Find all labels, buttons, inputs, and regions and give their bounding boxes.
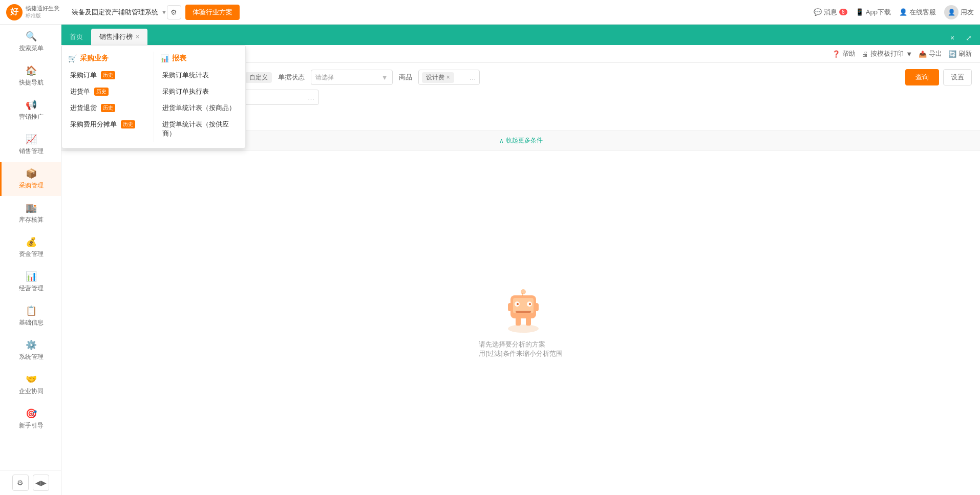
logo-brand: 畅捷通好生意	[26, 5, 59, 12]
avatar: 👤	[944, 5, 958, 19]
industry-button[interactable]: 体验行业方案	[185, 5, 240, 20]
date-tag-custom[interactable]: 自定义	[245, 72, 272, 83]
purchase-icon: 🛒	[68, 54, 77, 62]
sidebar-item-purchase[interactable]: 📦 采购管理	[0, 162, 61, 196]
menu-item-inbound-stats-goods[interactable]: 进货单统计表（按商品）	[160, 100, 240, 116]
box-icon: 📦	[26, 168, 37, 179]
collapse-up-icon: ∧	[499, 137, 504, 144]
tab-bar-right: × ⤢	[945, 31, 980, 45]
app-download-button[interactable]: 📱 App下载	[856, 8, 891, 17]
refresh-icon: 🔄	[948, 50, 956, 58]
query-button[interactable]: 查询	[905, 69, 939, 85]
svg-rect-8	[508, 303, 512, 311]
doc-status-label: 单据状态	[278, 73, 305, 82]
logo-icon: 好	[6, 4, 23, 20]
report-section: 📊 报表 采购订单统计表 采购订单执行表 进货单统计表（按商品） 进货单统计表（…	[154, 52, 246, 142]
menu-item-purchase-order-exec[interactable]: 采购订单执行表	[160, 83, 240, 100]
goods-input[interactable]: 设计费 × …	[418, 70, 480, 85]
print-dropdown-icon: ▼	[906, 50, 912, 58]
menu-item-cost-allocation[interactable]: 采购费用分摊单 历史	[68, 116, 147, 133]
collapse-button[interactable]: ∧ 收起更多条件	[499, 133, 543, 148]
purchase-dropdown-menu: 🛒 采购业务 采购订单 历史 进货单 历史 进货退货 历史	[61, 45, 246, 148]
sidebar-item-collab[interactable]: 🤝 企业协同	[0, 368, 61, 402]
export-button[interactable]: 📤 导出	[919, 49, 942, 58]
doc-status-placeholder: 请选择	[315, 73, 334, 82]
menu-item-purchase-order[interactable]: 采购订单 历史	[68, 67, 147, 83]
purchase-section-title: 🛒 采购业务	[68, 52, 147, 67]
print-icon: 🖨	[862, 50, 868, 58]
inbound-badge: 历史	[94, 88, 109, 96]
help-button[interactable]: ❓ 帮助	[832, 49, 856, 58]
phone-icon: 📱	[856, 8, 864, 16]
sidebar-item-operation[interactable]: 📊 经营管理	[0, 265, 61, 299]
tab-close-btn[interactable]: ×	[945, 31, 960, 45]
goods-tag: 设计费 ×	[422, 72, 454, 83]
sidebar-item-system[interactable]: ⚙️ 系统管理	[0, 333, 61, 368]
logo-edition: 标准版	[26, 12, 59, 19]
goods-tag-close-icon[interactable]: ×	[446, 74, 450, 81]
sidebar-item-newbie[interactable]: 🎯 新手引导	[0, 402, 61, 436]
sidebar-item-search[interactable]: 🔍 搜索菜单	[0, 25, 61, 59]
message-button[interactable]: 💬 消息 6	[814, 8, 847, 17]
sidebar-item-inventory[interactable]: 🏬 库存核算	[0, 196, 61, 230]
settings-bottom-icon[interactable]: ⚙	[12, 475, 29, 491]
system-title: 装备及固定资产辅助管理系统 ▼	[72, 8, 167, 17]
logo-area: 好 畅捷通好生意 标准版	[6, 4, 68, 20]
sidebar-item-marketing[interactable]: 📢 营销推广	[0, 93, 61, 127]
tab-sales-ranking[interactable]: 销售排行榜 ×	[91, 29, 147, 45]
report-section-title: 📊 报表	[160, 52, 240, 67]
report-icon: 📊	[160, 54, 169, 62]
query-buttons: 查询 设置	[905, 69, 972, 85]
sidebar-item-sales[interactable]: 📈 销售管理	[0, 127, 61, 162]
goods-label: 商品	[399, 73, 412, 82]
bar-chart-icon: 📊	[26, 271, 37, 282]
goods-more-icon[interactable]: …	[470, 74, 476, 81]
logo-text-block: 畅捷通好生意 标准版	[26, 5, 59, 19]
setting-button[interactable]: 设置	[943, 69, 972, 85]
megaphone-icon: 📢	[26, 99, 37, 111]
sidebar-item-basic[interactable]: 📋 基础信息	[0, 299, 61, 333]
svg-rect-9	[535, 303, 539, 311]
avatar-icon: 👤	[948, 9, 955, 16]
svg-rect-10	[516, 317, 521, 326]
user-button[interactable]: 👤 用友	[944, 5, 974, 19]
doc-status-arrow-icon: ▼	[381, 74, 388, 81]
menu-item-purchase-order-stats[interactable]: 采购订单统计表	[160, 67, 240, 83]
menu-item-return[interactable]: 进货退货 历史	[68, 100, 147, 116]
settings-icon[interactable]: ⚙	[167, 5, 181, 19]
tab-close-icon[interactable]: ×	[136, 33, 139, 40]
empty-state: 请先选择要分析的方案 用[过滤]条件来缩小分析范围	[61, 150, 980, 495]
tab-home[interactable]: 首页	[61, 29, 91, 45]
toolbar-buttons: ❓ 帮助 🖨 按模板打印 ▼ 📤 导出 🔄 刷新	[832, 49, 972, 58]
main-layout: 🔍 搜索菜单 🏠 快捷导航 📢 营销推广 📈 销售管理 📦 采购管理 🏬 库存核…	[0, 25, 980, 495]
cost-badge: 历史	[121, 120, 135, 128]
tab-expand-btn[interactable]: ⤢	[962, 31, 976, 45]
gear-icon: ⚙️	[26, 339, 37, 351]
doc-status-select[interactable]: 请选择 ▼	[311, 70, 393, 85]
refresh-button[interactable]: 🔄 刷新	[948, 49, 972, 58]
dropdown-arrow-icon[interactable]: ▼	[161, 9, 167, 15]
sidebar-bottom: ⚙ ◀▶	[0, 470, 61, 495]
target-icon: 🎯	[26, 408, 37, 419]
clipboard-icon: 📋	[26, 305, 37, 316]
purchase-section: 🛒 采购业务 采购订单 历史 进货单 历史 进货退货 历史	[62, 52, 154, 142]
home-icon: 🏠	[26, 65, 37, 76]
svg-rect-13	[522, 293, 523, 296]
print-button[interactable]: 🖨 按模板打印 ▼	[862, 49, 912, 58]
online-service-button[interactable]: 👤 在线客服	[899, 8, 936, 17]
svg-point-5	[517, 303, 519, 305]
menu-item-inbound-stats-supplier[interactable]: 进货单统计表（按供应商）	[160, 116, 240, 142]
header-right: 💬 消息 6 📱 App下载 👤 在线客服 👤 用友	[814, 5, 974, 19]
menu-item-inbound[interactable]: 进货单 历史	[68, 83, 147, 100]
collapse-sidebar-icon[interactable]: ◀▶	[33, 475, 49, 491]
svg-rect-7	[516, 311, 531, 313]
sidebar-item-nav[interactable]: 🏠 快捷导航	[0, 59, 61, 93]
sidebar: 🔍 搜索菜单 🏠 快捷导航 📢 营销推广 📈 销售管理 📦 采购管理 🏬 库存核…	[0, 25, 61, 495]
sidebar-item-finance[interactable]: 💰 资金管理	[0, 230, 61, 265]
empty-hint-1: 请先选择要分析的方案 用[过滤]条件来缩小分析范围	[479, 340, 562, 358]
dropdown-panel: 🛒 采购业务 采购订单 历史 进货单 历史 进货退货 历史	[61, 45, 246, 148]
empty-robot-svg	[495, 288, 546, 334]
content-area: 首页 销售排行榜 × × ⤢ ❓ 帮助 🖨 按模板打印 ▼	[61, 25, 980, 495]
warehouse-icon: 🏬	[26, 202, 37, 213]
top-header: 好 畅捷通好生意 标准版 装备及固定资产辅助管理系统 ▼ ⚙ 体验行业方案 💬 …	[0, 0, 980, 25]
